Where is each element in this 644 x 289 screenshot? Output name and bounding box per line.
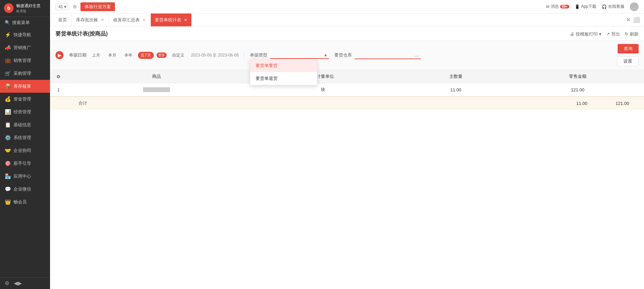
sidebar-item-basic[interactable]: 📋 基础信息 <box>0 118 50 131</box>
query-button[interactable]: 查询 <box>618 44 639 53</box>
top-header: 41 ▾ ⚙ 体验行业方案 ✉ 消息 99+ 📱 App下载 🎧 在线客服 <box>50 0 644 14</box>
sidebar-item-finance[interactable]: 💰 资金管理 <box>0 93 50 106</box>
date-btn-this-month[interactable]: 本月 <box>105 52 119 59</box>
trial-button[interactable]: 体验行业方案 <box>80 2 115 11</box>
phone-icon: 📱 <box>575 4 580 9</box>
collapse-footer-icon[interactable]: ◀▶ <box>14 280 22 286</box>
settings-button[interactable]: 设置 <box>617 56 639 66</box>
footer-quantity-value: 11.00 <box>576 101 588 106</box>
table-footer: 合计 11.00 121.00 <box>50 96 644 110</box>
row-product <box>67 83 246 96</box>
main-content: 41 ▾ ⚙ 体验行业方案 ✉ 消息 99+ 📱 App下载 🎧 在线客服 <box>50 0 644 289</box>
sidebar: b 畅捷通好生意 标准版 🔍 搜索菜单 ⚡ 快捷导航 📣 营销推广 💼 销售管理… <box>0 0 50 289</box>
warehouse-more-icon[interactable]: … <box>414 52 420 58</box>
tab-close-requisition-stat[interactable]: ✕ <box>184 18 187 22</box>
product-blurred <box>143 87 170 92</box>
box-icon: 📦 <box>5 83 11 89</box>
sidebar-item-purchase[interactable]: 🛒 采购管理 <box>0 67 50 80</box>
messages-button[interactable]: ✉ 消息 99+ <box>546 4 569 9</box>
print-icon: 🖨 <box>570 31 574 37</box>
money-icon: 💰 <box>5 96 11 102</box>
warehouse-input[interactable] <box>356 52 413 58</box>
sidebar-item-appstore[interactable]: 🏪 应用中心 <box>0 170 50 183</box>
col-settings[interactable]: ⚙ <box>50 70 67 83</box>
page-title: 要货单统计表(按商品) <box>55 30 108 38</box>
table-header-row: ⚙ 商品 主计量单位 主数量 零售金额 <box>50 70 644 83</box>
data-table: ⚙ 商品 主计量单位 主数量 零售金额 1 块 <box>50 70 644 96</box>
date-btn-last-month[interactable]: 上月 <box>89 52 103 59</box>
header-gear-icon[interactable]: ⚙ <box>73 4 77 9</box>
tab-bar-actions: ✕ ⬜ <box>626 17 640 23</box>
sidebar-item-wechat[interactable]: 💬 企业微信 <box>0 183 50 196</box>
tab-close-receive-summary[interactable]: ✕ <box>142 18 146 22</box>
sidebar-item-operation[interactable]: 📊 经营管理 <box>0 106 50 118</box>
tab-close-inventory-batch[interactable]: ✕ <box>101 18 104 22</box>
data-table-container: ⚙ 商品 主计量单位 主数量 零售金额 1 块 <box>50 70 644 96</box>
sidebar-item-enterprise[interactable]: 🤝 企业协同 <box>0 144 50 157</box>
sidebar-item-marketing[interactable]: 📣 营销推广 <box>0 41 50 54</box>
header-right: ✉ 消息 99+ 📱 App下载 🎧 在线客服 <box>546 2 639 11</box>
date-btn-7days[interactable]: 近7天 <box>138 52 154 59</box>
export-button[interactable]: ↗ 导出 <box>606 31 620 37</box>
sidebar-item-guide[interactable]: 🎯 新手引导 <box>0 157 50 170</box>
doc-type-select[interactable]: ▲ <box>270 52 329 59</box>
tab-maximize-icon[interactable]: ⬜ <box>633 17 640 23</box>
col-quantity: 主数量 <box>400 70 511 83</box>
col-sale-amount: 零售金额 <box>511 70 644 83</box>
footer-sale-amount-value: 121.00 <box>616 101 629 106</box>
sidebar-item-member[interactable]: 👑 畅会员 <box>0 196 50 208</box>
refresh-icon: ↻ <box>625 31 628 37</box>
tab-receive-summary[interactable]: 收发存汇总表 ✕ <box>109 14 150 26</box>
tab-close-all-icon[interactable]: ✕ <box>626 17 630 23</box>
doc-type-label: 单据类型 <box>250 52 267 58</box>
footer-spacer <box>55 100 72 106</box>
briefcase-icon: 💼 <box>5 58 11 64</box>
handshake-icon: 🤝 <box>5 148 11 154</box>
user-avatar[interactable] <box>630 2 639 11</box>
sidebar-item-system[interactable]: ⚙️ 系统管理 <box>0 131 50 144</box>
clipboard-icon: 📋 <box>5 122 11 128</box>
column-settings-icon[interactable]: ⚙ <box>56 74 61 79</box>
tab-count-selector[interactable]: 41 ▾ <box>55 3 69 10</box>
date-btn-custom[interactable]: 自定义 <box>169 52 187 59</box>
app-logo: b 畅捷通好生意 标准版 <box>0 0 50 17</box>
date-filter-group: 单据日期 上月 本月 本年 近7天 更多 自定义 2023-05-06 至 20… <box>69 52 239 59</box>
print-template-button[interactable]: 🖨 按模板打印 ▾ <box>570 31 601 37</box>
date-btn-this-year[interactable]: 本年 <box>122 52 135 59</box>
message-icon: ✉ <box>546 4 549 9</box>
header-left: 41 ▾ ⚙ 体验行业方案 <box>55 2 542 11</box>
search-icon: 🔍 <box>5 20 10 25</box>
sidebar-item-sales[interactable]: 💼 销售管理 <box>0 54 50 67</box>
sidebar-item-search[interactable]: 🔍 搜索菜单 <box>0 17 50 28</box>
warehouse-select[interactable]: … <box>355 51 421 59</box>
page-title-bar: 要货单统计表(按商品) 🖨 按模板打印 ▾ ↗ 导出 ↻ 刷新 <box>50 26 644 41</box>
filter-divider-1 <box>244 52 244 59</box>
tab-requisition-stat[interactable]: 要货单统计表 ✕ <box>151 14 192 26</box>
dropdown-item-requisition-return[interactable]: 要货单退货 <box>250 72 317 85</box>
page-content: 要货单统计表(按商品) 🖨 按模板打印 ▾ ↗ 导出 ↻ 刷新 <box>50 26 644 289</box>
tab-home[interactable]: 首页 <box>54 14 71 26</box>
footer-sale-amount-cell: 121.00 <box>605 100 639 106</box>
app-download-button[interactable]: 📱 App下载 <box>575 4 596 9</box>
expand-icon: ▶ <box>58 52 62 58</box>
target-icon: 🎯 <box>5 160 11 166</box>
filter-bar: ▶ 单据日期 上月 本月 本年 近7天 更多 自定义 2023-05-06 至 … <box>50 41 644 70</box>
sidebar-item-inventory[interactable]: 📦 库存核算 <box>0 80 50 93</box>
row-index: 1 <box>50 83 67 96</box>
date-filter-label: 单据日期 <box>69 52 87 58</box>
row-sale-amount: 121.00 <box>511 83 644 96</box>
sidebar-item-quick-nav[interactable]: ⚡ 快捷导航 <box>0 28 50 41</box>
dropdown-item-requisition-order[interactable]: 要货单要货 <box>250 59 317 72</box>
more-date-badge[interactable]: 更多 <box>157 52 167 58</box>
sidebar-nav: 🔍 搜索菜单 ⚡ 快捷导航 📣 营销推广 💼 销售管理 🛒 采购管理 📦 库存核… <box>0 17 50 277</box>
tab-inventory-batch[interactable]: 库存批次账 ✕ <box>72 14 109 26</box>
refresh-button[interactable]: ↻ 刷新 <box>625 31 639 37</box>
settings-footer-icon[interactable]: ⚙ <box>5 280 9 286</box>
store-icon: 🏪 <box>5 173 11 179</box>
doc-type-input[interactable] <box>271 52 322 58</box>
filter-expand-button[interactable]: ▶ <box>55 51 64 59</box>
online-service-button[interactable]: 🎧 在线客服 <box>602 4 624 9</box>
sidebar-footer: ⚙ ◀▶ <box>0 277 50 289</box>
filter-action-buttons: 查询 设置 <box>617 44 639 66</box>
page-title-actions: 🖨 按模板打印 ▾ ↗ 导出 ↻ 刷新 <box>570 31 639 37</box>
